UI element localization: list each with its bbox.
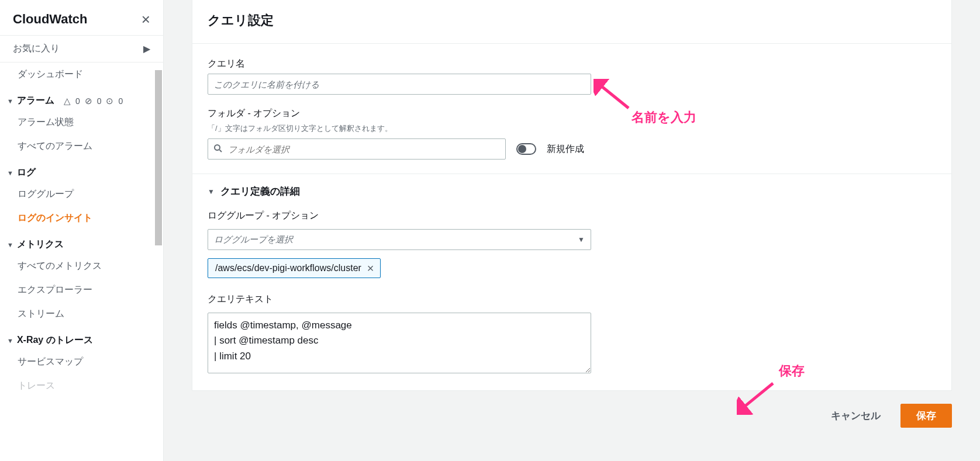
alarm-ok-count: 0 xyxy=(97,96,102,106)
search-icon xyxy=(213,144,223,155)
favorites-label: お気に入り xyxy=(13,43,60,55)
xray-section-label: X-Ray のトレース xyxy=(17,334,93,346)
query-details-header[interactable]: ▼ クエリ定義の詳細 xyxy=(208,174,936,198)
annotation-name-hint: 名前を入力 xyxy=(632,109,696,126)
new-folder-toggle-label: 新規作成 xyxy=(547,143,584,155)
sidebar-favorites[interactable]: お気に入り ▶ xyxy=(0,35,163,63)
sidebar-item-all-alarms[interactable]: すべてのアラーム xyxy=(0,134,163,158)
sidebar-section-metrics[interactable]: ▼ メトリクス xyxy=(0,230,163,254)
sidebar-title: CloudWatch xyxy=(13,12,88,27)
svg-line-2 xyxy=(598,84,629,108)
svg-line-3 xyxy=(741,383,773,409)
annotation-save-hint: 保存 xyxy=(779,362,805,380)
sidebar-item-streams[interactable]: ストリーム xyxy=(0,302,163,326)
sidebar-scrollbar[interactable] xyxy=(154,70,163,263)
sidebar-item-service-map[interactable]: サービスマップ xyxy=(0,350,163,374)
sidebar-item-all-metrics[interactable]: すべてのメトリクス xyxy=(0,254,163,278)
caret-down-icon: ▼ xyxy=(7,98,13,105)
save-button[interactable]: 保存 xyxy=(900,404,952,428)
chevron-right-icon: ▶ xyxy=(143,43,150,54)
folder-label: フォルダ - オプション xyxy=(208,108,936,120)
sidebar-item-dashboard[interactable]: ダッシュボード xyxy=(0,63,163,86)
caret-down-icon: ▼ xyxy=(7,241,13,248)
svg-point-0 xyxy=(215,145,220,150)
svg-line-1 xyxy=(220,150,222,152)
loggroup-chip: /aws/ecs/dev-pigi-workflows/cluster × xyxy=(208,258,381,278)
new-folder-toggle[interactable] xyxy=(516,143,536,155)
warning-icon: △ xyxy=(64,96,71,106)
query-text-textarea[interactable] xyxy=(208,313,591,373)
sidebar-item-log-insights[interactable]: ログのインサイト xyxy=(0,206,163,230)
loggroup-select[interactable]: ロググループを選択 ▼ xyxy=(208,229,591,250)
sidebar-item-log-groups[interactable]: ロググループ xyxy=(0,182,163,206)
caret-down-icon: ▼ xyxy=(7,169,13,176)
loggroup-select-placeholder: ロググループを選択 xyxy=(214,234,293,245)
query-details-header-label: クエリ定義の詳細 xyxy=(220,185,300,198)
form-footer: キャンセル 保存 xyxy=(192,404,952,428)
sidebar: CloudWatch × お気に入り ▶ ダッシュボード ▼ アラーム △0 ⊘… xyxy=(0,0,164,461)
remove-chip-icon[interactable]: × xyxy=(367,262,374,274)
annotation-arrow-icon xyxy=(737,380,778,415)
sidebar-item-traces[interactable]: トレース xyxy=(0,374,163,398)
query-name-input[interactable] xyxy=(208,74,591,95)
close-icon[interactable]: × xyxy=(142,12,150,27)
cancel-button[interactable]: キャンセル xyxy=(823,404,889,427)
alarm-muted-count: 0 xyxy=(118,96,123,106)
sidebar-section-alarms[interactable]: ▼ アラーム △0 ⊘0 ⊙0 xyxy=(0,86,163,110)
query-name-label: クエリ名 xyxy=(208,58,936,70)
query-settings-panel: クエリ設定 クエリ名 フォルダ - オプション 「/」文字はフォルダ区切り文字と… xyxy=(192,0,952,391)
folder-search-input[interactable] xyxy=(208,138,506,160)
alarms-section-label: アラーム xyxy=(17,95,54,107)
scrollbar-thumb[interactable] xyxy=(155,70,162,245)
sidebar-item-alarm-state[interactable]: アラーム状態 xyxy=(0,110,163,134)
main-content: クエリ設定 クエリ名 フォルダ - オプション 「/」文字はフォルダ区切り文字と… xyxy=(164,0,980,461)
muted-icon: ⊙ xyxy=(106,96,113,106)
loggroup-label: ロググループ - オプション xyxy=(208,210,936,222)
sidebar-section-xray[interactable]: ▼ X-Ray のトレース xyxy=(0,326,163,350)
sidebar-section-logs[interactable]: ▼ ログ xyxy=(0,158,163,182)
ok-icon: ⊘ xyxy=(85,96,92,106)
panel-title: クエリ設定 xyxy=(208,12,936,29)
caret-down-icon: ▼ xyxy=(7,337,13,344)
folder-help: 「/」文字はフォルダ区切り文字として解釈されます。 xyxy=(208,123,936,134)
sidebar-item-explorer[interactable]: エクスプローラー xyxy=(0,278,163,302)
logs-section-label: ログ xyxy=(17,167,36,179)
metrics-section-label: メトリクス xyxy=(17,238,64,251)
alarm-warn-count: 0 xyxy=(75,96,80,106)
loggroup-chip-label: /aws/ecs/dev-pigi-workflows/cluster xyxy=(215,263,361,273)
annotation-arrow-icon xyxy=(593,79,634,114)
query-text-label: クエリテキスト xyxy=(208,293,936,306)
chevron-down-icon: ▼ xyxy=(578,235,585,244)
caret-down-icon: ▼ xyxy=(208,188,215,196)
